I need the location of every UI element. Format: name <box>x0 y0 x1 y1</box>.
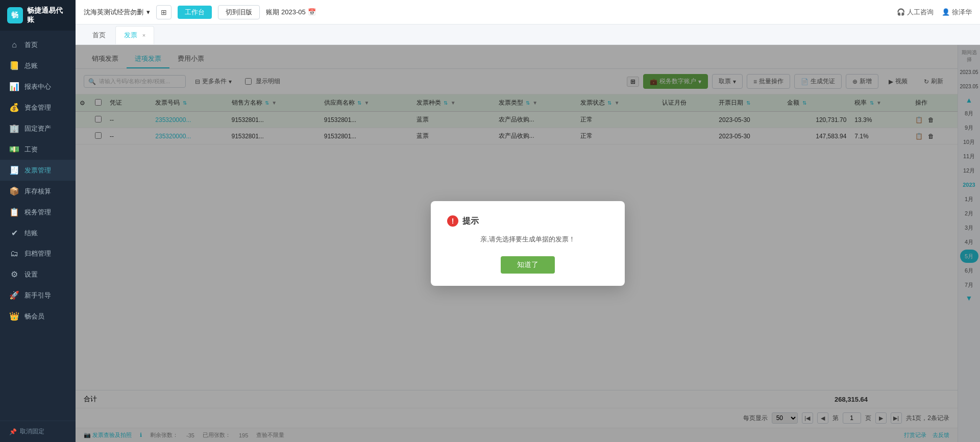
sidebar-item-ledger[interactable]: 📒 总账 <box>0 55 76 76</box>
closing-icon: ✔ <box>9 228 19 238</box>
topbar: 沈海英测试经营勿删 ▾ ⊞ 工作台 切到旧版 账期 2023-05 📅 🎧 人工… <box>76 0 980 24</box>
home-icon: ⌂ <box>9 40 19 50</box>
workbench-button[interactable]: 工作台 <box>178 6 212 19</box>
sidebar-item-label: 固定资产 <box>24 124 51 133</box>
user-menu[interactable]: 👤 徐泽华 <box>942 8 972 17</box>
switch-old-button[interactable]: 切到旧版 <box>218 5 260 19</box>
funds-icon: 💰 <box>9 103 19 112</box>
sidebar-item-label: 发票管理 <box>24 166 51 175</box>
modal-box: ! 提示 亲,请先选择要生成单据的发票！ 知道了 <box>431 201 625 286</box>
invoice-icon: 🧾 <box>9 165 19 175</box>
settings-icon: ⚙ <box>9 269 19 279</box>
sidebar-item-reports[interactable]: 📊 报表中心 <box>0 76 76 97</box>
logo-text: 畅捷通易代账 <box>27 6 68 24</box>
sidebar-item-label: 总账 <box>24 61 38 70</box>
period-label: 账期 <box>266 8 279 17</box>
sidebar-item-tax[interactable]: 📋 税务管理 <box>0 202 76 223</box>
headset-icon: 🎧 <box>897 8 905 16</box>
sidebar-item-guide[interactable]: 🚀 新手引导 <box>0 285 76 306</box>
topbar-right: 🎧 人工咨询 👤 徐泽华 <box>897 8 972 17</box>
chevron-down-icon: ▾ <box>146 8 150 16</box>
ledger-icon: 📒 <box>9 61 19 70</box>
user-icon: 👤 <box>942 8 950 16</box>
content-area: 销项发票 进项发票 费用小票 🔍 请输入号码/名称/全称/税账... ⊟ 更多条… <box>76 45 980 442</box>
pin-icon: 📌 <box>9 428 17 435</box>
sidebar-logo: 畅 畅捷通易代账 <box>0 0 76 31</box>
sidebar-item-label: 资金管理 <box>24 103 51 112</box>
grid-icon: ⊞ <box>161 8 167 16</box>
member-icon: 👑 <box>9 311 19 321</box>
sidebar-unpin[interactable]: 📌 取消固定 <box>0 421 76 442</box>
guide-icon: 🚀 <box>9 290 19 300</box>
sidebar-item-label: 归档管理 <box>24 249 51 258</box>
sidebar-item-invoice[interactable]: 🧾 发票管理 <box>0 160 76 181</box>
sidebar-item-label: 库存核算 <box>24 187 51 196</box>
reports-icon: 📊 <box>9 82 19 91</box>
sidebar-item-inventory[interactable]: 📦 库存核算 <box>0 181 76 202</box>
warning-icon: ! <box>447 215 458 227</box>
tabbar: 首页 发票 × <box>76 24 980 45</box>
sidebar-item-label: 工资 <box>24 145 38 154</box>
modal-message: 亲,请先选择要生成单据的发票！ <box>480 235 575 244</box>
sidebar-item-label: 报表中心 <box>24 82 51 91</box>
company-selector[interactable]: 沈海英测试经营勿删 ▾ <box>84 8 150 17</box>
sidebar-item-label: 设置 <box>24 270 38 279</box>
assets-icon: 🏢 <box>9 124 19 133</box>
sidebar-item-funds[interactable]: 💰 资金管理 <box>0 97 76 118</box>
tab-invoice-label: 发票 <box>124 31 137 39</box>
sidebar-item-label: 首页 <box>24 40 38 50</box>
modal-confirm-button[interactable]: 知道了 <box>501 256 555 274</box>
sidebar-item-salary[interactable]: 💵 工资 <box>0 139 76 160</box>
archive-icon: 🗂 <box>9 249 19 258</box>
modal-overlay: ! 提示 亲,请先选择要生成单据的发票！ 知道了 <box>76 45 980 442</box>
tax-icon: 📋 <box>9 207 19 217</box>
sidebar-item-label: 新手引导 <box>24 291 51 300</box>
sidebar-item-settings[interactable]: ⚙ 设置 <box>0 264 76 285</box>
main-area: 沈海英测试经营勿删 ▾ ⊞ 工作台 切到旧版 账期 2023-05 📅 🎧 人工… <box>76 0 980 442</box>
close-icon[interactable]: × <box>142 32 145 38</box>
sidebar-item-assets[interactable]: 🏢 固定资产 <box>0 118 76 139</box>
calendar-icon[interactable]: 📅 <box>308 8 316 16</box>
sidebar-nav: ⌂ 首页 📒 总账 📊 报表中心 💰 资金管理 🏢 固定资产 💵 工资 🧾 发票… <box>0 31 76 421</box>
sidebar-item-member[interactable]: 👑 畅会员 <box>0 306 76 327</box>
salary-icon: 💵 <box>9 144 19 154</box>
sidebar-item-home[interactable]: ⌂ 首页 <box>0 35 76 55</box>
modal-title: 提示 <box>462 216 479 227</box>
sidebar-item-closing[interactable]: ✔ 结账 <box>0 223 76 243</box>
tab-home-label: 首页 <box>92 31 106 39</box>
modal-title-row: ! 提示 <box>447 215 479 227</box>
company-name: 沈海英测试经营勿删 <box>84 8 143 17</box>
period-display: 账期 2023-05 📅 <box>266 8 316 17</box>
period-value: 2023-05 <box>281 8 306 16</box>
sidebar-item-archive[interactable]: 🗂 归档管理 <box>0 243 76 264</box>
sidebar-item-label: 税务管理 <box>24 208 51 217</box>
inventory-icon: 📦 <box>9 186 19 196</box>
support-button[interactable]: 🎧 人工咨询 <box>897 8 934 17</box>
tab-home[interactable]: 首页 <box>84 26 114 44</box>
company-settings-button[interactable]: ⊞ <box>156 5 172 19</box>
unpin-label: 取消固定 <box>20 427 44 436</box>
tab-invoice[interactable]: 发票 × <box>115 26 154 44</box>
logo-icon: 畅 <box>7 7 23 23</box>
sidebar-item-label: 畅会员 <box>24 312 44 321</box>
sidebar-item-label: 结账 <box>24 229 38 238</box>
sidebar: 畅 畅捷通易代账 ⌂ 首页 📒 总账 📊 报表中心 💰 资金管理 🏢 固定资产 … <box>0 0 76 442</box>
